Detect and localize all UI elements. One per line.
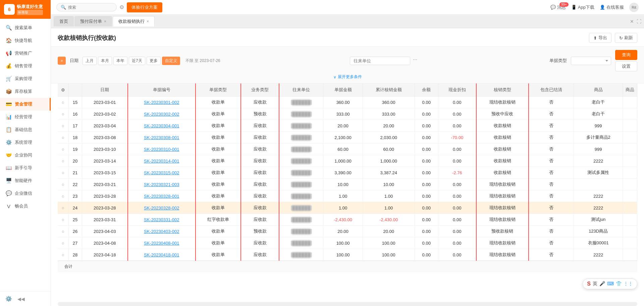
table-row: ○ 16 2023-03-02 SK-20230302-002 收款单 预收款 … — [58, 108, 637, 120]
doc-code-link[interactable]: SK-20230321-003 — [144, 182, 179, 187]
cell-settings[interactable]: ○ — [58, 237, 68, 249]
toolbar-grid-icon[interactable]: ⋮⋮ — [624, 281, 633, 287]
sidebar-item-2[interactable]: 📢 营销推广 — [0, 47, 51, 60]
unit-filter-input[interactable] — [350, 57, 410, 65]
doc-code-link[interactable]: SK-20230315-002 — [144, 170, 179, 175]
tabbar-close-btn[interactable]: ✕ — [630, 19, 634, 24]
doc-code-link[interactable]: SK-20230314-001 — [144, 159, 179, 164]
sidebar-item-0[interactable]: 🔍 搜索菜单 — [0, 21, 51, 34]
cell-balance: 0.00 — [415, 97, 438, 108]
sidebar-item-10[interactable]: 🤝 企业协同 — [0, 149, 51, 162]
cell-settings[interactable]: ○ — [58, 120, 68, 132]
date-quick-buttons: 上月 本月 本年 近7天 更多 自定义 — [83, 57, 180, 65]
topbar-search-box[interactable]: 🔍 — [56, 3, 117, 11]
cell-amount: 360.00 — [323, 97, 363, 108]
toolbar-en-icon[interactable]: 英 — [593, 281, 597, 287]
topbar-online-service[interactable]: 👤 在线客服 — [600, 4, 624, 10]
topbar-message[interactable]: 💬 消息 99+ — [550, 4, 566, 10]
tab-collection-close[interactable]: × — [147, 19, 149, 24]
cell-settings[interactable]: ○ — [58, 167, 68, 179]
date-btn-this-year[interactable]: 本年 — [113, 57, 127, 65]
type-filter-select[interactable] — [571, 57, 611, 65]
col-settings[interactable]: ⚙ — [58, 83, 68, 97]
cell-verify-type: 预收款核销 — [476, 226, 529, 237]
sidebar-item-14[interactable]: V 畅会员 — [0, 200, 51, 212]
sidebar-item-4[interactable]: 🛒 采购管理 — [0, 72, 51, 85]
table-footer: 合计 — [58, 261, 637, 272]
cell-date: 2023-03-14 — [82, 155, 128, 167]
doc-code-link[interactable]: SK-20230304-001 — [144, 123, 179, 128]
date-btn-custom[interactable]: 自定义 — [162, 57, 180, 65]
sidebar-item-12[interactable]: 🖥️ 智能硬件 — [0, 174, 51, 187]
sidebar-item-3[interactable]: 💰 销售管理 — [0, 60, 51, 72]
sidebar-item-1[interactable]: 🏠 快捷导航 — [0, 34, 51, 47]
sidebar-item-9[interactable]: ⚙️ 系统管理 — [0, 136, 51, 149]
tab-home[interactable]: 首页 — [54, 16, 74, 26]
date-btn-more[interactable]: 更多 — [147, 57, 161, 65]
cell-biz-type: 应收款 — [241, 202, 279, 214]
topbar-app-download[interactable]: 📱 App下载 — [571, 4, 594, 10]
filter-toggle-button[interactable]: » — [58, 57, 66, 65]
doc-code-link[interactable]: SK-20230408-001 — [144, 241, 179, 246]
table-row: ○ 23 2023-03-28 SK-20230328-001 收款单 应收款 … — [58, 190, 637, 202]
topbar-search-input[interactable] — [68, 5, 108, 10]
date-btn-this-month[interactable]: 本月 — [98, 57, 112, 65]
cell-settings[interactable]: ○ — [58, 132, 68, 143]
cell-settings[interactable]: ○ — [58, 155, 68, 167]
topbar-gear-icon[interactable]: ⚙ — [119, 4, 124, 10]
user-avatar[interactable]: Rit — [629, 3, 639, 12]
doc-code-link[interactable]: SK-20230403-002 — [144, 229, 179, 234]
cell-settings[interactable]: ○ — [58, 108, 68, 120]
cell-settings[interactable]: ○ — [58, 97, 68, 108]
horizontal-scrollbar[interactable] — [58, 302, 637, 306]
cell-settings[interactable]: ○ — [58, 143, 68, 155]
doc-code-link[interactable]: SK-20230308-001 — [144, 135, 179, 140]
solution-button[interactable]: 体验行业方案 — [127, 2, 162, 12]
sidebar-item-8[interactable]: 📋 基础信息 — [0, 123, 51, 136]
sidebar-item-6[interactable]: 💳 资金管理 — [0, 98, 51, 111]
sidebar-icon-8: 📋 — [5, 127, 12, 133]
sidebar-settings-icon[interactable]: ⚙️ — [5, 296, 12, 302]
date-btn-7days[interactable]: 近7天 — [129, 57, 145, 65]
filter-row-main: » 日期 上月 本月 本年 近7天 更多 自定义 不限 至 2023-07-26… — [58, 50, 637, 71]
floating-toolbar: S 英 🎤 ⌨ 👕 ⋮⋮ — [583, 279, 637, 289]
refresh-button[interactable]: ↻ 刷新 — [615, 33, 637, 43]
sidebar-item-5[interactable]: 📦 库存核算 — [0, 85, 51, 98]
doc-code-link[interactable]: SK-20230302-002 — [144, 112, 179, 117]
tab-prepayment-close[interactable]: × — [104, 19, 106, 24]
doc-code-link[interactable]: SK-20230418-001 — [144, 252, 179, 257]
tab-collection[interactable]: 收款核销执行 × — [113, 16, 155, 26]
header-actions: ⬆ 导出 ↻ 刷新 — [589, 33, 637, 43]
sidebar-collapse-icon[interactable]: ◀◀ — [17, 296, 25, 302]
cell-settings[interactable]: ○ — [58, 190, 68, 202]
topbar-left: 🔍 ⚙ 体验行业方案 — [56, 2, 546, 12]
query-button[interactable]: 查询 — [615, 50, 637, 60]
sidebar-item-11[interactable]: 📖 新手引导 — [0, 162, 51, 174]
cell-product1: 测试多属性 — [574, 167, 623, 179]
tabbar-expand-btn[interactable]: ⛶ — [637, 19, 641, 24]
sidebar-icon-5: 📦 — [5, 88, 12, 95]
date-btn-last-month[interactable]: 上月 — [83, 57, 97, 65]
doc-code-link[interactable]: SK-20230331-002 — [144, 217, 179, 222]
cell-settings[interactable]: ○ — [58, 214, 68, 226]
doc-code-link[interactable]: SK-20230310-001 — [144, 147, 179, 152]
cell-settings[interactable]: ○ — [58, 202, 68, 214]
cell-settings[interactable]: ○ — [58, 179, 68, 190]
doc-code-link[interactable]: SK-20230328-002 — [144, 205, 179, 210]
cell-settings[interactable]: ○ — [58, 249, 68, 261]
toolbar-keyboard-icon[interactable]: ⌨ — [607, 281, 614, 287]
cell-amount: 1,000.00 — [323, 155, 363, 167]
sogou-icon[interactable]: S — [587, 281, 591, 287]
expand-conditions-btn[interactable]: ∨ 展开更多条件 — [333, 74, 362, 80]
filter-settings-button[interactable]: 设置 — [615, 61, 637, 71]
unit-filter-dots[interactable]: ··· — [410, 57, 420, 65]
doc-code-link[interactable]: SK-20230301-002 — [144, 100, 179, 105]
tab-prepayment[interactable]: 预付应付单 × — [74, 16, 112, 26]
sidebar-item-7[interactable]: 📊 经营管理 — [0, 111, 51, 123]
sidebar-item-13[interactable]: 💬 企业微信 — [0, 187, 51, 200]
doc-code-link[interactable]: SK-20230328-001 — [144, 194, 179, 199]
export-button[interactable]: ⬆ 导出 — [589, 33, 611, 43]
toolbar-mic-icon[interactable]: 🎤 — [599, 281, 605, 287]
cell-settings[interactable]: ○ — [58, 226, 68, 237]
toolbar-shirt-icon[interactable]: 👕 — [616, 281, 622, 287]
